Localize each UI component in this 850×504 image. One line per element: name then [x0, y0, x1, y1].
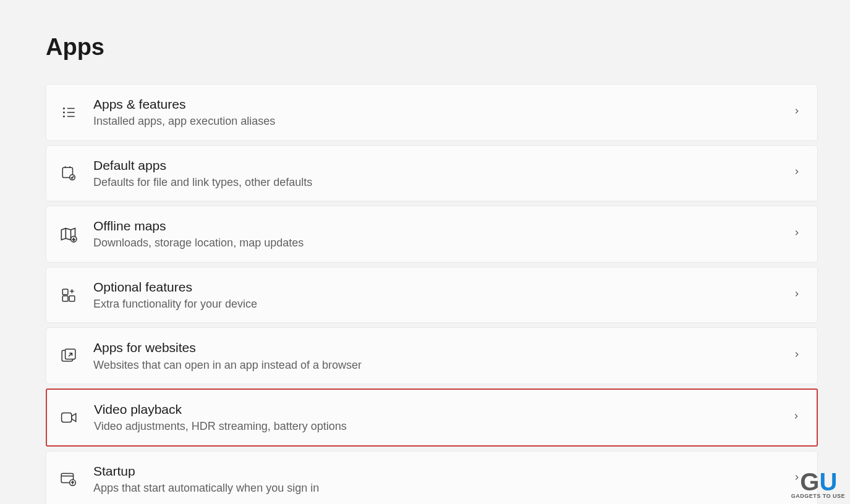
- default-apps-icon: [60, 164, 77, 182]
- video-playback-icon: [61, 409, 78, 426]
- startup-icon: [60, 470, 77, 487]
- watermark-text: GADGETS TO USE: [791, 493, 845, 499]
- chevron-right-icon: [792, 412, 801, 423]
- chevron-right-icon: [793, 350, 801, 361]
- setting-title: Video playback: [94, 401, 792, 418]
- watermark: GU GADGETS TO USE: [791, 472, 845, 499]
- setting-title: Apps for websites: [93, 339, 793, 356]
- setting-item-default-apps[interactable]: Default apps Defaults for file and link …: [46, 145, 818, 202]
- settings-list: Apps & features Installed apps, app exec…: [46, 84, 818, 504]
- chevron-right-icon: [793, 290, 801, 301]
- setting-desc: Apps that start automatically when you s…: [93, 481, 793, 495]
- setting-item-apps-features[interactable]: Apps & features Installed apps, app exec…: [46, 84, 818, 141]
- setting-desc: Defaults for file and link types, other …: [93, 175, 793, 190]
- watermark-logo: GU: [800, 472, 836, 492]
- apps-websites-icon: [60, 347, 77, 364]
- svg-rect-14: [69, 296, 75, 301]
- svg-rect-19: [62, 413, 72, 422]
- svg-rect-18: [66, 349, 75, 359]
- page-title: Apps: [46, 34, 820, 61]
- chevron-right-icon: [793, 229, 801, 240]
- svg-point-0: [63, 107, 65, 109]
- setting-item-offline-maps[interactable]: Offline maps Downloads, storage location…: [46, 206, 818, 262]
- offline-maps-icon: [60, 225, 77, 243]
- setting-title: Startup: [93, 463, 793, 479]
- svg-point-1: [63, 111, 65, 113]
- setting-desc: Video adjustments, HDR streaming, batter…: [94, 419, 792, 434]
- setting-item-video-playback[interactable]: Video playback Video adjustments, HDR st…: [46, 388, 818, 447]
- setting-item-optional-features[interactable]: Optional features Extra functionality fo…: [46, 267, 818, 324]
- setting-title: Apps & features: [93, 96, 793, 112]
- chevron-right-icon: [793, 167, 801, 178]
- optional-features-icon: [60, 287, 77, 304]
- svg-rect-12: [62, 289, 68, 295]
- setting-desc: Downloads, storage location, map updates: [93, 235, 793, 250]
- setting-item-startup[interactable]: Startup Apps that start automatically wh…: [46, 451, 818, 504]
- apps-features-icon: [60, 104, 77, 121]
- svg-point-2: [63, 116, 65, 117]
- setting-item-apps-for-websites[interactable]: Apps for websites Websites that can open…: [46, 327, 818, 384]
- setting-desc: Installed apps, app execution aliases: [93, 114, 793, 128]
- setting-desc: Websites that can open in an app instead…: [93, 358, 793, 372]
- setting-title: Offline maps: [93, 217, 793, 234]
- setting-title: Optional features: [93, 279, 793, 295]
- svg-rect-13: [62, 296, 68, 301]
- setting-title: Default apps: [93, 157, 793, 174]
- chevron-right-icon: [793, 107, 801, 118]
- setting-desc: Extra functionality for your device: [93, 296, 793, 311]
